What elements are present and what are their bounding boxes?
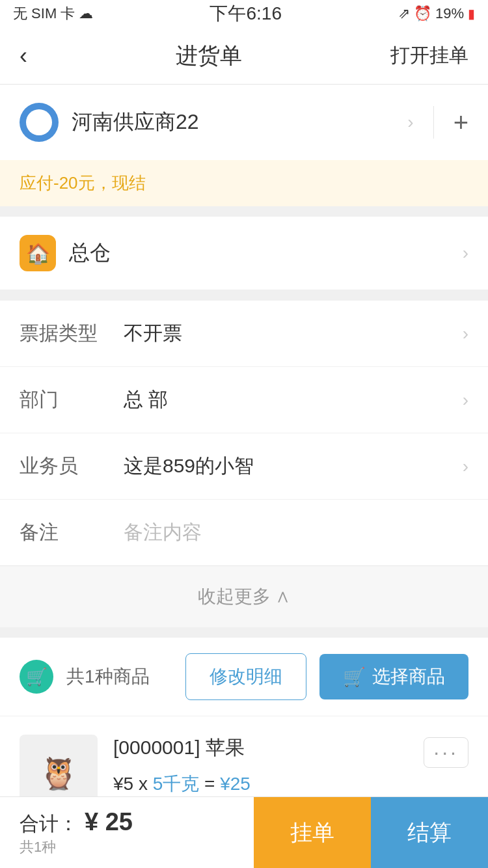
supplier-name: 河南供应商22 bbox=[72, 108, 407, 137]
chevron-right-icon: › bbox=[463, 456, 468, 477]
product-price-row: ¥5 x 5千克 = ¥25 bbox=[113, 772, 408, 796]
equals-sign: = bbox=[204, 774, 220, 794]
hang-order-button[interactable]: 挂单 bbox=[254, 797, 371, 868]
alarm-icon: ⏰ bbox=[414, 5, 431, 22]
battery-indicator: ▮ bbox=[468, 6, 475, 21]
salesman-row[interactable]: 业务员 这是859的小智 › bbox=[0, 433, 488, 499]
multiply-sign: x bbox=[139, 774, 153, 794]
salesman-value: 这是859的小智 bbox=[124, 453, 463, 480]
cart-icon: 🛒 bbox=[343, 666, 366, 688]
ticket-type-row[interactable]: 票据类型 不开票 › bbox=[0, 300, 488, 366]
status-right: ⇗ ⏰ 19% ▮ bbox=[398, 5, 475, 22]
warning-banner: 应付-20元，现结 bbox=[0, 160, 488, 206]
salesman-label: 业务员 bbox=[20, 453, 124, 480]
department-row[interactable]: 部门 总 部 › bbox=[0, 366, 488, 433]
warehouse-row[interactable]: 🏠 总仓 › bbox=[0, 217, 488, 290]
status-bar: 无 SIM 卡 ☁ 下午6:16 ⇗ ⏰ 19% ▮ bbox=[0, 0, 488, 27]
open-hang-button[interactable]: 打开挂单 bbox=[390, 42, 468, 69]
supplier-card: 河南供应商22 › + 应付-20元，现结 bbox=[0, 85, 488, 206]
nav-bar: ‹ 进货单 打开挂单 bbox=[0, 27, 488, 85]
remark-placeholder: 备注内容 bbox=[124, 519, 468, 546]
line-total: ¥25 bbox=[220, 774, 251, 794]
more-options-button[interactable]: ··· bbox=[424, 737, 468, 768]
product-title: 苹果 bbox=[206, 737, 245, 758]
status-left: 无 SIM 卡 ☁ bbox=[13, 4, 93, 23]
department-label: 部门 bbox=[20, 387, 124, 413]
warehouse-card[interactable]: 🏠 总仓 › bbox=[0, 217, 488, 290]
warehouse-icon: 🏠 bbox=[20, 235, 56, 271]
supplier-avatar bbox=[20, 103, 59, 142]
ticket-type-label: 票据类型 bbox=[20, 320, 124, 347]
sim-label: 无 SIM 卡 ☁ bbox=[13, 4, 93, 23]
ticket-type-value: 不开票 bbox=[124, 320, 463, 347]
total-sub: 共1种 bbox=[20, 837, 234, 857]
chevron-right-icon: › bbox=[407, 112, 413, 133]
total-label: 合计： bbox=[20, 811, 78, 837]
product-header: 🛒 共1种商品 修改明细 🛒 选择商品 bbox=[0, 638, 488, 716]
edit-detail-button[interactable]: 修改明细 bbox=[185, 653, 306, 700]
unit-price: ¥5 bbox=[113, 774, 133, 794]
total-section: 合计： ¥ 25 共1种 bbox=[0, 797, 254, 868]
select-product-button[interactable]: 🛒 选择商品 bbox=[319, 654, 468, 699]
settle-button[interactable]: 结算 bbox=[371, 797, 488, 868]
product-count: 共1种商品 bbox=[66, 664, 172, 689]
add-button[interactable]: + bbox=[454, 108, 468, 137]
vertical-divider bbox=[433, 106, 434, 139]
back-button[interactable]: ‹ bbox=[20, 42, 27, 70]
remark-label: 备注 bbox=[20, 519, 124, 546]
chevron-right-icon: › bbox=[463, 323, 468, 344]
remark-row[interactable]: 备注 备注内容 bbox=[0, 499, 488, 565]
avatar-inner bbox=[26, 109, 52, 135]
product-section-icon: 🛒 bbox=[20, 660, 53, 694]
battery-icon: ⇗ bbox=[398, 5, 410, 22]
collapse-button[interactable]: 收起更多 ∧ bbox=[0, 565, 488, 627]
page-title: 进货单 bbox=[176, 41, 242, 71]
bottom-bar: 合计： ¥ 25 共1种 挂单 结算 bbox=[0, 796, 488, 868]
chevron-right-icon: › bbox=[463, 390, 468, 411]
supplier-row[interactable]: 河南供应商22 › + bbox=[0, 85, 488, 160]
select-product-label: 选择商品 bbox=[372, 664, 445, 689]
department-value: 总 部 bbox=[124, 387, 463, 413]
chevron-right-icon: › bbox=[463, 243, 468, 264]
supplier-right: › + bbox=[407, 106, 468, 139]
main-content: 河南供应商22 › + 应付-20元，现结 🏠 总仓 › 票据类型 不开票 › … bbox=[0, 85, 488, 868]
owl-icon: 🦉 bbox=[39, 755, 78, 792]
product-name: [0000001] 苹果 bbox=[113, 735, 408, 761]
total-amount: ¥ 25 bbox=[85, 808, 133, 836]
status-time: 下午6:16 bbox=[210, 1, 282, 26]
product-code: [0000001] bbox=[113, 737, 200, 758]
warehouse-name: 总仓 bbox=[69, 239, 463, 267]
quantity: 5千克 bbox=[153, 774, 200, 794]
form-card: 票据类型 不开票 › 部门 总 部 › 业务员 这是859的小智 › 备注 备注… bbox=[0, 300, 488, 627]
battery-percent: 19% bbox=[435, 5, 464, 22]
